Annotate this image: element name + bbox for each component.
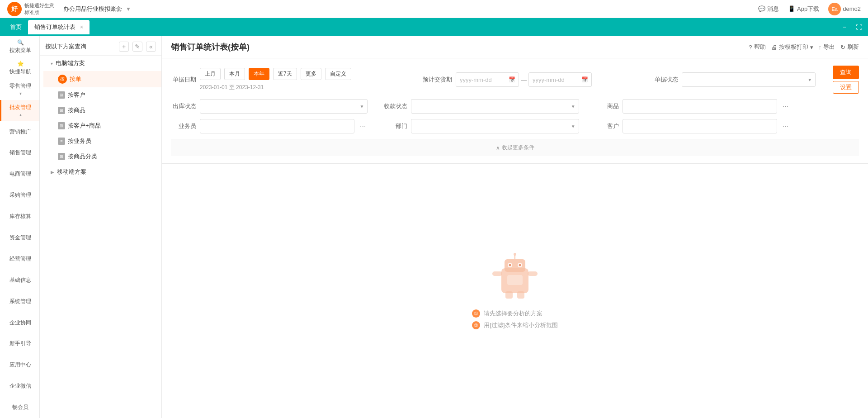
tree-item-by-goods[interactable]: ⊞ 按商品 [43,103,161,118]
export-btn[interactable]: ↑ 导出 [819,43,835,51]
dept-select[interactable] [411,119,579,133]
left-panel-title: 按以下方案查询 [45,43,86,51]
sidebar-item-inventory[interactable]: 库存核算 [0,206,39,227]
user-menu[interactable]: Ea demo2 [828,3,861,15]
dept-select-wrapper [411,119,579,133]
query-btn[interactable]: 查询 [833,66,859,79]
edit-scheme-btn[interactable]: ✎ [132,42,142,52]
goods-input[interactable] [623,99,777,114]
topbar-right: 💬 消息 📱 App下载 Ea demo2 [758,3,861,15]
sidebar-item-app-center[interactable]: 应用中心 [0,354,39,375]
filter-row-2: 出库状态 收款状态 [171,99,859,114]
date-filter-section: 单据日期 上月 本月 本年 近7天 更多 自定义 2023-01-01 至 20… [171,68,415,91]
sidebar-item-purchase[interactable]: 采购管理 [0,185,39,206]
date-btn-more[interactable]: 更多 [301,68,321,80]
main-layout: 🔍 搜索菜单 ⭐ 快捷导航 零售管理 ▾ 批发管理 ▴ 营销推广 销售管理 电商… [0,36,868,418]
tree-item-by-category[interactable]: ⊞ 按商品分类 [43,149,161,164]
sidebar-item-quick-nav[interactable]: ⭐ 快捷导航 [0,57,39,79]
tree-item-by-salesperson[interactable]: ≡ 按业务员 [43,133,161,149]
date-btn-thismonth[interactable]: 本月 [224,68,245,80]
refresh-btn[interactable]: ↻ 刷新 [840,43,859,51]
collapse-bar[interactable]: ∧ 收起更多条件 [171,139,859,156]
tree-item-by-order[interactable]: 按 按单 [43,71,161,87]
tip-num-2: ② [472,321,480,329]
empty-tips: ① 请先选择要分析的方案 ② 用[过滤]条件来缩小分析范围 [472,309,557,329]
goods-label: 商品 [594,102,619,110]
content-area: 按以下方案查询 + ✎ « ▾ 电脑端方案 按 按单 ⊞ [40,36,868,418]
salesperson-more-btn[interactable]: ··· [358,122,368,130]
tabbar-minimize[interactable]: － [839,22,850,33]
app-download-btn[interactable]: 📱 App下载 [788,5,819,13]
sidebar-item-ecommerce[interactable]: 电商管理 [0,163,39,185]
print-btn[interactable]: 🖨 按模板打印 ▾ [771,43,813,51]
customer-input[interactable] [623,119,777,133]
sidebar-item-member[interactable]: 畅会员 [0,397,39,418]
sidebar-item-sales[interactable]: 销售管理 [0,142,39,163]
department-section: 部门 [382,119,586,133]
message-btn[interactable]: 💬 消息 [758,5,779,13]
svg-rect-1 [505,259,525,272]
sidebar-item-enterprise[interactable]: 企业协同 [0,312,39,333]
collapse-panel-btn[interactable]: « [146,42,156,52]
search-icon: 🔍 [17,39,24,46]
tree-section-pc[interactable]: ▾ 电脑端方案 [43,56,161,71]
tab-active[interactable]: 销售订单统计表 × [28,20,90,34]
add-scheme-btn[interactable]: + [119,42,129,52]
tabbar-right: － ⛶ [839,22,864,33]
svg-rect-8 [492,271,502,276]
payment-select[interactable] [411,99,579,114]
left-panel: 按以下方案查询 + ✎ « ▾ 电脑端方案 按 按单 ⊞ [40,36,162,418]
salesperson-input[interactable] [200,119,354,133]
sidebar-item-marketing[interactable]: 营销推广 [0,121,39,142]
top-title-dropdown[interactable]: ▼ [126,6,131,12]
sidebar-item-basic[interactable]: 基础信息 [0,270,39,291]
nav-icon: ⭐ [17,61,24,67]
sidebar-item-wholesale[interactable]: 批发管理 ▴ [0,100,39,121]
date-btn-lastmonth[interactable]: 上月 [200,68,221,80]
shipping-select[interactable] [200,99,368,114]
help-btn[interactable]: ? 帮助 [749,43,765,51]
tab-close-btn[interactable]: × [80,24,83,30]
sidebar-item-retail[interactable]: 零售管理 ▾ [0,79,39,100]
sidebar-item-guide[interactable]: 新手引导 [0,333,39,354]
retail-arrow: ▾ [19,91,22,96]
sidebar-item-search-menu[interactable]: 🔍 搜索菜单 [0,36,39,57]
logo-text: 畅捷通好生意 标准版 [24,2,54,15]
date-range-display: 2023-01-01 至 2023-12-31 [200,84,264,91]
sidebar-item-finance[interactable]: 资金管理 [0,227,39,248]
by-cat-icon: ⊞ [58,153,65,160]
empty-tip-1: ① 请先选择要分析的方案 [472,309,557,318]
filter-area: 单据日期 上月 本月 本年 近7天 更多 自定义 2023-01-01 至 20… [162,58,868,164]
tabbar-expand[interactable]: ⛶ [854,22,864,33]
date-btn-thisyear[interactable]: 本年 [249,68,269,80]
date-btn-7days[interactable]: 近7天 [273,68,297,80]
tree-section-mobile[interactable]: ▶ 移动端方案 [43,164,161,180]
page-title: 销售订单统计表(按单) [171,42,250,52]
by-customer-icon: ⊞ [58,91,65,99]
logo-icon: 好 [7,2,22,16]
by-order-icon: 按 [58,75,67,84]
svg-rect-12 [507,275,523,285]
customer-section: 客户 ··· [594,119,797,133]
calendar-icon-start: 📅 [509,76,515,83]
tree-item-by-customer[interactable]: ⊞ 按客户 [43,87,161,103]
right-content: 销售订单统计表(按单) ? 帮助 🖨 按模板打印 ▾ ↑ 导出 [162,36,868,418]
salesperson-section: 业务员 ··· [171,119,375,133]
status-select[interactable] [682,72,816,87]
date-btn-custom[interactable]: 自定义 [325,68,351,80]
sidebar-item-system[interactable]: 系统管理 [0,291,39,312]
setting-btn[interactable]: 设置 [833,81,859,94]
customer-label: 客户 [594,122,619,130]
customer-more-btn[interactable]: ··· [781,122,790,130]
sidebar-item-wechat[interactable]: 企业微信 [0,375,39,397]
goods-more-btn[interactable]: ··· [781,102,790,110]
page-header: 销售订单统计表(按单) ? 帮助 🖨 按模板打印 ▾ ↑ 导出 [162,36,868,58]
delivery-date-section: 预计交货期 📅 — 📅 [423,72,646,87]
svg-point-5 [519,264,521,266]
svg-point-7 [514,253,516,256]
download-icon: 📱 [788,5,795,12]
tree-item-by-customer-goods[interactable]: ⊞ 按客户+商品 [43,118,161,133]
shipping-label: 出库状态 [171,102,196,110]
tab-home[interactable]: 首页 [4,20,28,34]
sidebar-item-operation[interactable]: 经营管理 [0,248,39,270]
